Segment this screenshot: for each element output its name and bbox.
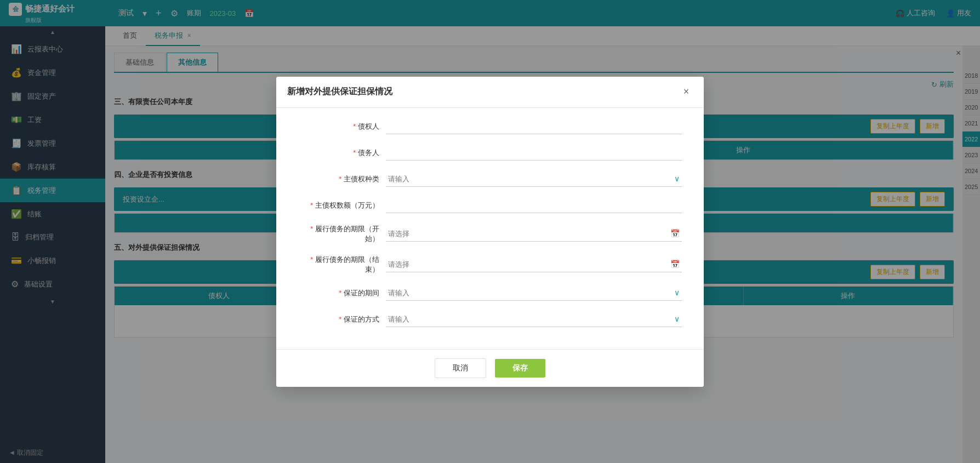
required-star-debtor: *: [353, 148, 356, 157]
modal-footer: 取消 保存: [276, 349, 704, 387]
date-start-input[interactable]: [386, 226, 670, 241]
input-claimamount[interactable]: [386, 198, 682, 213]
select-claimtype[interactable]: [386, 172, 674, 186]
cancel-button[interactable]: 取消: [435, 358, 486, 378]
label-guarantee-period: * 保证的期间: [298, 288, 386, 298]
label-claimtype: * 主债权种类: [298, 174, 386, 184]
select-guarantee-period-wrapper: ∨: [386, 285, 682, 301]
modal-overlay: 新增对外提供保证担保情况 × * 债权人 * 债务人: [0, 0, 980, 463]
label-claimamount: * 主债权数额（万元）: [298, 201, 386, 210]
chevron-down-icon-claimtype[interactable]: ∨: [674, 174, 682, 183]
modal-header: 新增对外提供保证担保情况 ×: [276, 77, 704, 108]
form-row-claimamount: * 主债权数额（万元）: [298, 198, 682, 213]
required-star-guarantee-period: *: [339, 289, 341, 297]
date-start-wrapper: 📅: [386, 226, 682, 242]
modal-close-button[interactable]: ×: [680, 85, 693, 99]
select-claimtype-wrapper: ∨: [386, 172, 682, 187]
modal-title: 新增对外提供保证担保情况: [287, 86, 392, 98]
label-guarantee-method: * 保证的方式: [298, 315, 386, 324]
select-guarantee-method[interactable]: [386, 312, 674, 327]
required-star-oblig-end: *: [310, 255, 313, 264]
form-row-oblig-start: * 履行债务的期限（开始） 📅: [298, 224, 682, 244]
form-row-oblig-end: * 履行债务的期限（结束） 📅: [298, 255, 682, 275]
form-row-claimtype: * 主债权种类 ∨: [298, 172, 682, 187]
chevron-down-icon-guarantee-method[interactable]: ∨: [674, 315, 682, 323]
form-row-guarantee-period: * 保证的期间 ∨: [298, 285, 682, 301]
label-oblig-start: * 履行债务的期限（开始）: [298, 224, 386, 244]
calendar-icon-start[interactable]: 📅: [670, 229, 682, 238]
label-debtor: * 债务人: [298, 148, 386, 158]
label-oblig-end: * 履行债务的期限（结束）: [298, 255, 386, 275]
chevron-down-icon-guarantee-period[interactable]: ∨: [674, 288, 682, 297]
date-end-wrapper: 📅: [386, 257, 682, 272]
required-star-claimtype: *: [339, 175, 341, 183]
required-star-claimamount: *: [310, 201, 313, 209]
input-creditor[interactable]: [386, 119, 682, 134]
form-row-creditor: * 债权人: [298, 119, 682, 134]
select-guarantee-method-wrapper: ∨: [386, 312, 682, 327]
save-button[interactable]: 保存: [495, 359, 545, 378]
required-star-creditor: *: [353, 122, 356, 130]
calendar-icon-end[interactable]: 📅: [670, 260, 682, 268]
form-row-debtor: * 债务人: [298, 145, 682, 161]
modal-body: * 债权人 * 债务人 * 主债权种类: [276, 108, 704, 349]
label-creditor: * 债权人: [298, 122, 386, 132]
date-end-input[interactable]: [386, 257, 670, 272]
form-row-guarantee-method: * 保证的方式 ∨: [298, 312, 682, 327]
modal-dialog: 新增对外提供保证担保情况 × * 债权人 * 债务人: [276, 77, 704, 387]
select-guarantee-period[interactable]: [386, 285, 674, 300]
required-star-guarantee-method: *: [339, 315, 341, 323]
required-star-oblig-start: *: [310, 225, 313, 233]
input-debtor[interactable]: [386, 145, 682, 161]
